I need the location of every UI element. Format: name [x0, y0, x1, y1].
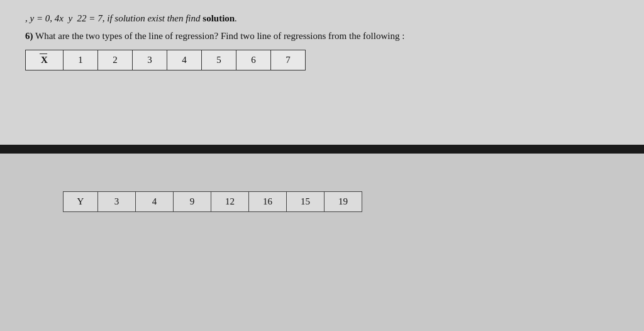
y-data-table: Y 3 4 9 12 16 15 19 [63, 191, 362, 212]
x-data-table: X 1 2 3 4 5 6 7 [25, 50, 306, 70]
y-value-6: 15 [287, 192, 325, 212]
x-value-5: 5 [202, 50, 236, 70]
x-value-7: 7 [271, 50, 306, 70]
top-line-text: , y = 0, 4x y 22 = 7, if solution exist … [25, 11, 619, 26]
y-value-3: 9 [174, 192, 211, 212]
y-value-1: 3 [98, 192, 136, 212]
y-value-4: 12 [211, 192, 249, 212]
y-value-5: 16 [249, 192, 287, 212]
x-value-3: 3 [133, 50, 167, 70]
question-text: 6) What are the two types of the line of… [25, 28, 619, 43]
x-table-container: X 1 2 3 4 5 6 7 [25, 50, 306, 70]
question-body: What are the two types of the line of re… [35, 31, 404, 41]
y-table-container: Y 3 4 9 12 16 15 19 [63, 191, 362, 212]
y-value-2: 4 [136, 192, 174, 212]
y-table-row: Y 3 4 9 12 16 15 19 [64, 192, 362, 212]
question-number: 6) [25, 31, 33, 41]
y-header-cell: Y [64, 192, 98, 212]
x-value-2: 2 [98, 50, 133, 70]
top-section: , y = 0, 4x y 22 = 7, if solution exist … [0, 0, 644, 145]
x-value-6: 6 [236, 50, 271, 70]
x-table-row: X 1 2 3 4 5 6 7 [26, 50, 306, 70]
x-value-4: 4 [167, 50, 202, 70]
bottom-section: Y 3 4 9 12 16 15 19 [0, 154, 644, 331]
section-divider [0, 145, 644, 154]
y-value-7: 19 [325, 192, 362, 212]
x-header-cell: X [26, 50, 64, 70]
x-bar-label: X [41, 55, 48, 65]
x-value-1: 1 [64, 50, 98, 70]
